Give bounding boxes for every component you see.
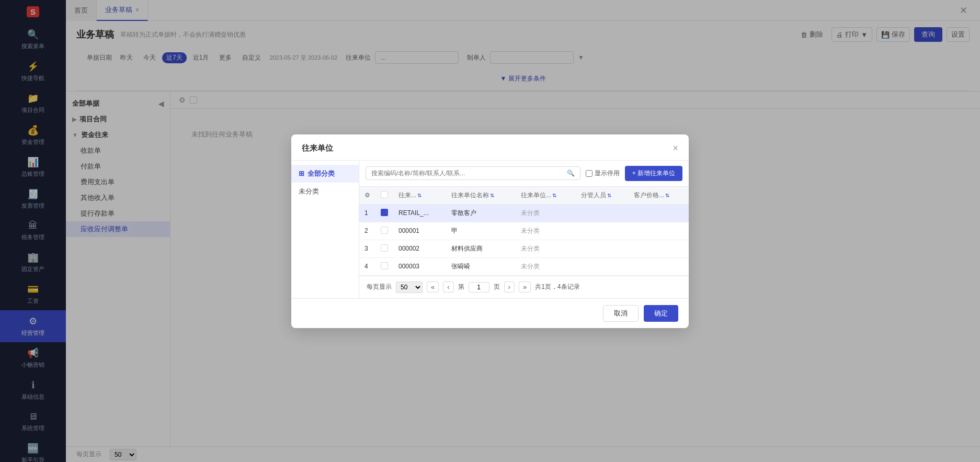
row-category: 未分类 bbox=[516, 204, 576, 222]
row-checkbox[interactable] bbox=[375, 204, 393, 222]
dialog-close-btn[interactable]: × bbox=[673, 143, 678, 154]
row-checkbox[interactable] bbox=[375, 257, 393, 275]
dialog-toolbar: 🔍 显示停用 + 新增往来单位 bbox=[359, 161, 689, 187]
row-checkbox[interactable] bbox=[375, 222, 393, 240]
row-no: 1 bbox=[359, 204, 375, 222]
row-price bbox=[629, 204, 689, 222]
row-code: 000001 bbox=[393, 222, 446, 240]
total-records: 共1页，4条记录 bbox=[535, 283, 579, 291]
dialog-title: 往来单位 bbox=[302, 143, 333, 153]
page-number-input[interactable] bbox=[469, 282, 489, 292]
dialog-pagination: 每页显示 50 100 « ‹ 第 页 › » 共1页，4条记录 bbox=[359, 276, 689, 298]
row-price bbox=[629, 222, 689, 240]
th-price: 客户价格...⇅ bbox=[629, 187, 689, 205]
row-price bbox=[629, 240, 689, 257]
next-page-btn[interactable]: › bbox=[504, 281, 515, 292]
row-category: 未分类 bbox=[516, 222, 576, 240]
th-name: 往来单位名称⇅ bbox=[446, 187, 516, 205]
th-code: 往来...⇅ bbox=[393, 187, 446, 205]
row-category: 未分类 bbox=[516, 240, 576, 257]
prev-page-btn[interactable]: ‹ bbox=[443, 281, 453, 292]
dialog-main: 🔍 显示停用 + 新增往来单位 ⚙ bbox=[359, 161, 689, 298]
dialog-sidebar-uncategorized[interactable]: 未分类 bbox=[291, 183, 359, 200]
dialog-table-row[interactable]: 4 000003 张嗬嗬 未分类 bbox=[359, 257, 689, 275]
partner-dialog: 往来单位 × ⊞ 全部分类 未分类 🔍 bbox=[291, 134, 689, 328]
dialog-table-row[interactable]: 3 000002 材料供应商 未分类 bbox=[359, 240, 689, 257]
dialog-sidebar: ⊞ 全部分类 未分类 bbox=[291, 161, 359, 298]
page-label: 第 bbox=[458, 283, 464, 291]
dialog-sidebar-all-categories[interactable]: ⊞ 全部分类 bbox=[291, 165, 359, 183]
dialog-body: ⊞ 全部分类 未分类 🔍 显示停用 bbox=[291, 161, 689, 298]
add-partner-button[interactable]: + 新增往来单位 bbox=[625, 166, 682, 181]
row-name: 材料供应商 bbox=[446, 240, 516, 257]
dialog-overlay: 往来单位 × ⊞ 全部分类 未分类 🔍 bbox=[0, 0, 980, 462]
dialog-table-row[interactable]: 1 RETAIL_... 零散客户 未分类 bbox=[359, 204, 689, 222]
dialog-search-input[interactable] bbox=[371, 170, 564, 177]
show-disabled-checkbox[interactable] bbox=[586, 170, 592, 177]
row-code: RETAIL_... bbox=[393, 204, 446, 222]
th-settings[interactable]: ⚙ bbox=[359, 187, 375, 205]
row-price bbox=[629, 257, 689, 275]
grid-icon: ⊞ bbox=[299, 170, 304, 177]
row-category: 未分类 bbox=[516, 257, 576, 275]
dialog-table-row[interactable]: 2 000001 甲 未分类 bbox=[359, 222, 689, 240]
dialog-footer: 取消 确定 bbox=[291, 298, 689, 328]
cancel-button[interactable]: 取消 bbox=[603, 305, 639, 322]
confirm-button[interactable]: 确定 bbox=[644, 305, 678, 322]
row-no: 2 bbox=[359, 222, 375, 240]
row-manager bbox=[576, 240, 629, 257]
dialog-per-page-select[interactable]: 50 100 bbox=[396, 281, 423, 293]
page-suffix: 页 bbox=[494, 283, 500, 291]
first-page-btn[interactable]: « bbox=[427, 281, 439, 292]
search-icon: 🔍 bbox=[567, 170, 575, 177]
row-no: 4 bbox=[359, 257, 375, 275]
dialog-search-box[interactable]: 🔍 bbox=[366, 166, 580, 180]
dialog-table-header-row: ⚙ 往来...⇅ 往来单位名称⇅ 往来单位...⇅ 分管人员⇅ 客户价格...⇅ bbox=[359, 187, 689, 205]
row-name: 张嗬嗬 bbox=[446, 257, 516, 275]
show-disabled-label[interactable]: 显示停用 bbox=[586, 169, 620, 178]
th-category: 往来单位...⇅ bbox=[516, 187, 576, 205]
row-manager bbox=[576, 257, 629, 275]
row-no: 3 bbox=[359, 240, 375, 257]
last-page-btn[interactable]: » bbox=[519, 281, 531, 292]
row-checkbox[interactable] bbox=[375, 240, 393, 257]
th-manager: 分管人员⇅ bbox=[576, 187, 629, 205]
row-name: 零散客户 bbox=[446, 204, 516, 222]
row-manager bbox=[576, 222, 629, 240]
dialog-table: ⚙ 往来...⇅ 往来单位名称⇅ 往来单位...⇅ 分管人员⇅ 客户价格...⇅… bbox=[359, 187, 689, 276]
th-checkbox[interactable] bbox=[375, 187, 393, 205]
row-name: 甲 bbox=[446, 222, 516, 240]
row-code: 000002 bbox=[393, 240, 446, 257]
row-code: 000003 bbox=[393, 257, 446, 275]
per-page-label: 每页显示 bbox=[367, 283, 392, 291]
dialog-header: 往来单位 × bbox=[291, 134, 689, 161]
row-manager bbox=[576, 204, 629, 222]
